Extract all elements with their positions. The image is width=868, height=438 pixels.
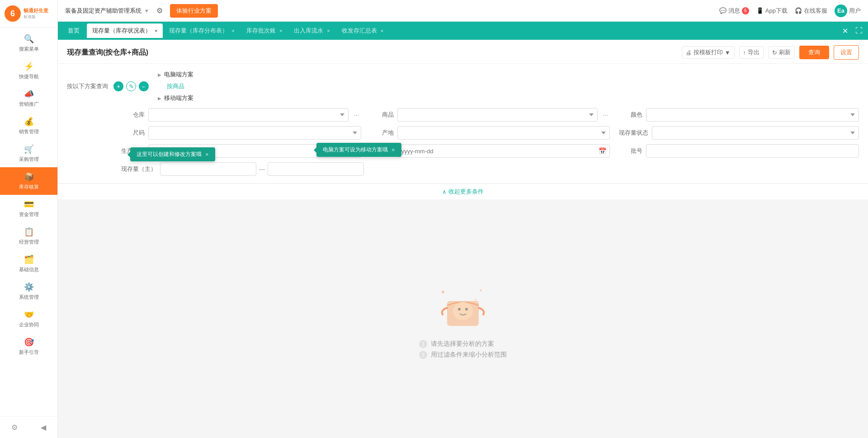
warehouse-more-icon[interactable]: ···: [352, 111, 361, 118]
filter-warehouse: 仓库 ···: [121, 108, 361, 122]
sidebar-item-guide[interactable]: 🎯 新手引导: [0, 333, 57, 360]
svg-text:✦: ✦: [440, 288, 446, 296]
main-area: 装备及固定资产辅助管理系统 ▼ ⚙ 体验行业方案 💬 消息 6 📱 App下载 …: [58, 0, 868, 438]
page-title: 现存量查询(按仓库+商品): [67, 48, 148, 57]
scheme-tree: ▶ 电脑端方案 按商品 ▶ 移动端方案: [158, 69, 193, 104]
filter-color: 颜色: [619, 108, 859, 122]
filter-back-btn[interactable]: ←: [139, 81, 149, 91]
scheme-item-desktop[interactable]: ▶ 电脑端方案: [158, 69, 193, 80]
filter-row-3: 生产日期 📅 失效日期 📅 批号: [121, 144, 859, 158]
sidebar-item-base-info[interactable]: 🗂️ 基础信息: [0, 250, 57, 278]
sidebar-item-system[interactable]: ⚙️ 系统管理: [0, 278, 57, 305]
message-btn[interactable]: 💬 消息 6: [719, 7, 749, 15]
print-icon: 🖨: [686, 49, 692, 56]
print-btn[interactable]: 🖨 按模板打印 ▼: [682, 46, 735, 59]
sidebar-bottom: ⚙ ◀: [0, 416, 57, 438]
logo-badge: 标准版: [24, 14, 48, 20]
app-download-btn[interactable]: 📱 App下载: [756, 7, 788, 15]
goods-select[interactable]: [397, 108, 598, 122]
tab-home[interactable]: 首页: [61, 24, 86, 38]
message-badge: 6: [742, 7, 749, 14]
stock-status-select[interactable]: [652, 126, 859, 140]
refresh-icon: ↻: [772, 49, 777, 56]
online-support-btn[interactable]: 🎧 在线客服: [795, 7, 827, 15]
stock-qty-max[interactable]: [268, 162, 364, 176]
enterprise-icon: 🤝: [24, 310, 34, 320]
tab-batch[interactable]: 库存批次账 ×: [241, 24, 288, 38]
warehouse-select[interactable]: [148, 108, 349, 122]
color-select[interactable]: [646, 108, 859, 122]
goods-more-icon[interactable]: ···: [601, 111, 610, 118]
expire-date-input[interactable]: [397, 144, 610, 158]
tabbar: 首页 现存量（库存状况表） × 现存量（库存分布表） × 库存批次账 × 出入库…: [58, 22, 868, 40]
sales-icon: 💰: [24, 117, 34, 127]
tooltip-create: 这里可以创建和修改方案哦 ×: [130, 147, 215, 161]
scheme-item-by-goods[interactable]: 按商品: [167, 81, 193, 92]
close-all-tabs-btn[interactable]: ✕: [840, 25, 850, 37]
svg-point-1: [453, 302, 473, 320]
scheme-item-mobile[interactable]: ▶ 移动端方案: [158, 93, 193, 104]
sidebar-item-marketing[interactable]: 📣 营销推广: [0, 85, 57, 112]
filter-edit-btn[interactable]: ✎: [126, 81, 136, 91]
sidebar-item-sales[interactable]: 💰 销售管理: [0, 112, 57, 140]
search-nav-icon: 🔍: [24, 34, 34, 44]
tab-close-icon-4[interactable]: ×: [327, 28, 330, 33]
tab-stock-dist[interactable]: 现存量（库存分布表） ×: [164, 24, 240, 38]
topbar-settings-icon[interactable]: ⚙: [156, 6, 163, 15]
search-btn[interactable]: 查询: [799, 46, 829, 59]
tab-summary[interactable]: 收发存汇总表 ×: [336, 24, 389, 38]
tab-close-icon[interactable]: ×: [155, 28, 157, 33]
tooltip-scheme-close-btn[interactable]: ×: [392, 146, 395, 153]
trial-btn[interactable]: 体验行业方案: [170, 4, 218, 18]
size-select[interactable]: [148, 126, 361, 140]
inventory-icon: 📦: [24, 172, 34, 182]
filter-size: 尺码: [121, 126, 361, 140]
topbar: 装备及固定资产辅助管理系统 ▼ ⚙ 体验行业方案 💬 消息 6 📱 App下载 …: [58, 0, 868, 22]
filter-stock-qty: 现存量（主） —: [121, 162, 364, 176]
fullscreen-btn[interactable]: ⛶: [854, 25, 864, 37]
topbar-right: 💬 消息 6 📱 App下载 🎧 在线客服 Ea 用户: [719, 5, 861, 17]
origin-select[interactable]: [397, 126, 610, 140]
finance-icon: 💳: [24, 199, 34, 209]
tab-close-icon-3[interactable]: ×: [279, 28, 282, 33]
refresh-btn[interactable]: ↻ 刷新: [768, 46, 795, 59]
batch-input[interactable]: [646, 144, 859, 158]
filter-row-2: 尺码 产地 现存量状态: [121, 126, 859, 140]
sidebar-item-finance[interactable]: 💳 资金管理: [0, 195, 57, 222]
setting-btn[interactable]: 设置: [834, 45, 859, 60]
sidebar-item-enterprise[interactable]: 🤝 企业协同: [0, 305, 57, 333]
sidebar-item-quick-nav[interactable]: ⚡ 快捷导航: [0, 57, 57, 85]
sidebar-item-inventory[interactable]: 📦 库存核算: [0, 167, 57, 195]
sidebar-item-purchase[interactable]: 🛒 采购管理: [0, 140, 57, 167]
svg-text:✦: ✦: [474, 298, 477, 302]
page-actions: 🖨 按模板打印 ▼ ↑ 导出 ↻ 刷新 查询 设置: [682, 45, 859, 60]
logo-text: 畅通好生意: [24, 7, 48, 14]
system-name: 装备及固定资产辅助管理系统 ▼: [65, 7, 149, 15]
filter-collapse-btn[interactable]: ∧ 收起更多条件: [58, 184, 868, 199]
svg-text:✦: ✦: [479, 288, 482, 293]
system-name-arrow: ▼: [144, 8, 149, 14]
filter-add-btn[interactable]: +: [113, 81, 123, 91]
filter-toolbar: + ✎ ←: [113, 81, 149, 91]
sidebar-item-search[interactable]: 🔍 搜索菜单: [0, 29, 57, 57]
tooltip-create-close-btn[interactable]: ×: [205, 151, 209, 158]
filter-form-area: 仓库 ··· 商品 ··· 颜色: [121, 108, 859, 176]
tab-inout-flow[interactable]: 出入库流水 ×: [288, 24, 335, 38]
collapse-sidebar-btn[interactable]: ◀: [37, 421, 50, 433]
export-btn[interactable]: ↑ 导出: [739, 46, 764, 59]
sidebar-item-operations[interactable]: 📋 经营管理: [0, 222, 57, 250]
stock-qty-min[interactable]: [160, 162, 256, 176]
tab-stock-status[interactable]: 现存量（库存状况表） ×: [87, 24, 163, 38]
expire-date-wrap: 📅: [397, 144, 610, 158]
user-area[interactable]: Ea 用户: [835, 5, 861, 17]
tab-close-icon-5[interactable]: ×: [381, 28, 383, 33]
filter-label: 按以下方案查询: [67, 82, 108, 90]
empty-text: 1 请先选择要分析的方案 2 用过滤条件来缩小分析范围: [419, 340, 507, 359]
tab-close-icon-2[interactable]: ×: [231, 28, 234, 33]
system-icon: ⚙️: [24, 282, 34, 292]
filter-row: 按以下方案查询 + ✎ ← ▶ 电脑端方案 按商品: [67, 69, 859, 104]
sidebar: 6 畅通好生意 标准版 🔍 搜索菜单 ⚡ 快捷导航 📣 营销推广 💰 销售管理 …: [0, 0, 58, 438]
settings-bottom-btn[interactable]: ⚙: [8, 421, 21, 433]
svg-point-3: [465, 308, 468, 311]
filter-expire-date: 失效日期 📅: [370, 144, 610, 158]
